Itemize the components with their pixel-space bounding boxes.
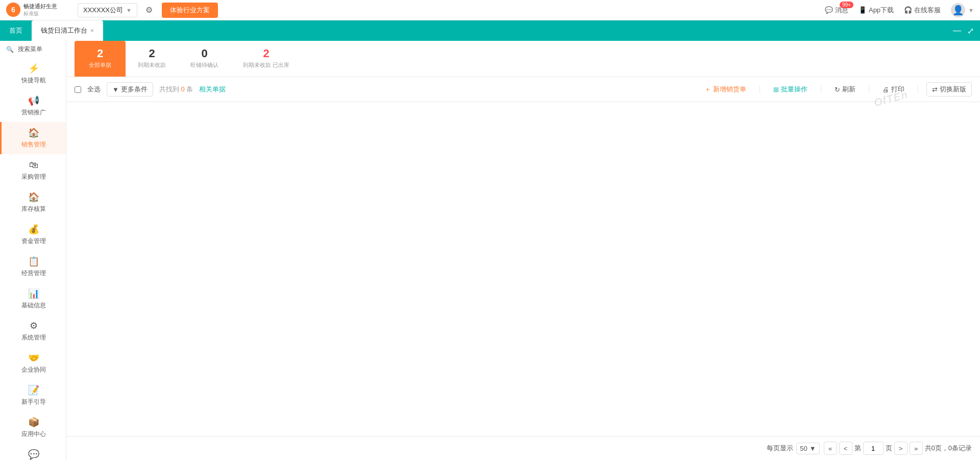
cooperation-icon: 🤝 (28, 352, 39, 364)
divider-3 (869, 85, 869, 93)
refresh-label: 刷新 (842, 85, 855, 94)
sidebar-label-cooperation: 企业协同 (21, 366, 46, 374)
toolbar-left: 全选 ▼ 更多条件 共找到 0 条 相关单据 (75, 82, 693, 96)
stat-tab-outofstock[interactable]: 2 到期未收款 已出库 (231, 41, 302, 77)
select-all-checkbox[interactable] (75, 86, 81, 93)
sidebar-item-basic-info[interactable]: 📊 基础信息 (0, 283, 66, 315)
found-text: 共找到 0 条 (159, 85, 193, 94)
last-page-button[interactable]: » (910, 442, 923, 455)
search-menu-item[interactable]: 🔍 搜索菜单 (0, 41, 66, 58)
sidebar-item-finance[interactable]: 💰 资金管理 (0, 219, 66, 251)
top-bar: 6 畅捷通好生意 标准版 XXXXXX公司 ▼ ⚙ 体验行业方案 💬 消息 99… (0, 0, 980, 20)
sidebar-item-purchase[interactable]: 🛍 采购管理 (0, 154, 66, 186)
select-all-label: 全选 (87, 85, 101, 94)
page-label: 第 (854, 444, 861, 453)
app-download-label: App下载 (869, 6, 894, 15)
page-input[interactable] (863, 442, 884, 455)
sidebar-label-sales: 销售管理 (21, 140, 46, 149)
marketing-icon: 📢 (28, 95, 39, 106)
purchase-icon: 🛍 (28, 159, 39, 171)
sidebar-item-operations[interactable]: 📋 经营管理 (0, 251, 66, 283)
stat-tab-all[interactable]: 2 全部单据 (75, 41, 126, 77)
settings-button[interactable]: ⚙ (141, 3, 157, 18)
more-filters-button[interactable]: ▼ 更多条件 (107, 82, 153, 96)
prev-page-button[interactable]: < (839, 442, 852, 455)
search-icon: 🔍 (6, 46, 14, 53)
tab-bar-right: — ⤢ (953, 26, 980, 36)
divider-4 (918, 85, 918, 93)
maximize-icon[interactable]: ⤢ (967, 26, 974, 36)
minimize-icon[interactable]: — (953, 26, 961, 35)
tab-cashflow[interactable]: 钱货日清工作台 × (32, 20, 103, 41)
sidebar-item-quick-nav[interactable]: ⚡ 快捷导航 (0, 58, 66, 90)
logo-title: 畅捷通好生意 (23, 3, 57, 10)
sidebar-item-guide[interactable]: 📝 新手引导 (0, 379, 66, 411)
search-menu-label: 搜索菜单 (18, 45, 42, 54)
logo-area: 6 畅捷通好生意 标准版 (6, 3, 72, 17)
divider-1 (760, 85, 760, 93)
page-total: 共0页，0条记录 (925, 444, 972, 453)
sidebar-item-system[interactable]: ⚙ 系统管理 (0, 315, 66, 347)
sidebar-label-basic-info: 基础信息 (21, 301, 46, 310)
guide-icon: 📝 (28, 384, 39, 396)
app-center-icon: 📦 (28, 417, 39, 428)
service-icon: 🎧 (904, 6, 912, 14)
add-sales-label: 新增销货单 (713, 85, 746, 94)
download-icon: 📱 (859, 6, 867, 14)
sidebar: 🔍 搜索菜单 ⚡ 快捷导航 📢 营销推广 🏠 销售管理 🛍 采购管理 🏠 库存核… (0, 41, 66, 460)
stat-tab-pending[interactable]: 0 旺铺待确认 (178, 41, 231, 77)
sidebar-item-marketing[interactable]: 📢 营销推广 (0, 90, 66, 122)
print-icon: 🖨 (883, 86, 889, 93)
more-filters-label: 更多条件 (121, 85, 148, 94)
basic-info-icon: 📊 (28, 288, 39, 299)
sidebar-label-system: 系统管理 (21, 333, 46, 342)
company-selector[interactable]: XXXXXX公司 ▼ (78, 3, 137, 17)
app-download-button[interactable]: 📱 App下载 (859, 6, 894, 15)
sidebar-item-wechat[interactable]: 💬 企业微信 (0, 444, 66, 460)
sidebar-item-inventory[interactable]: 🏠 库存核算 (0, 186, 66, 219)
refresh-button[interactable]: ↻ 刷新 (829, 83, 861, 96)
inventory-icon: 🏠 (28, 191, 39, 203)
trial-button[interactable]: 体验行业方案 (162, 3, 218, 18)
logo-icon: 6 (6, 3, 20, 17)
toolbar-right: ＋ 新增销货单 ⊞ 批量操作 ↻ 刷新 🖨 打印 (699, 82, 972, 96)
switch-new-button[interactable]: ⇄ 切换新版 (926, 82, 972, 96)
batch-icon: ⊞ (773, 86, 779, 93)
per-page-label: 每页显示 (767, 444, 793, 453)
sidebar-label-guide: 新手引导 (21, 398, 46, 406)
stat-overdue-number: 2 (149, 47, 155, 60)
switch-icon: ⇄ (932, 86, 938, 93)
main-layout: 🔍 搜索菜单 ⚡ 快捷导航 📢 营销推广 🏠 销售管理 🛍 采购管理 🏠 库存核… (0, 41, 980, 460)
messages-badge: 99+ (840, 2, 853, 8)
messages-button[interactable]: 💬 消息 99+ (825, 6, 848, 15)
tab-close-icon[interactable]: × (90, 27, 94, 34)
print-button[interactable]: 🖨 打印 (877, 83, 910, 96)
sidebar-label-finance: 资金管理 (21, 237, 46, 246)
user-area[interactable]: 👤 ▼ (951, 3, 974, 17)
finance-icon: 💰 (28, 224, 39, 235)
stat-outofstock-number: 2 (263, 47, 269, 60)
sidebar-item-cooperation[interactable]: 🤝 企业协同 (0, 347, 66, 379)
stat-pending-number: 0 (201, 47, 207, 60)
add-sales-button[interactable]: ＋ 新增销货单 (699, 83, 751, 96)
sidebar-item-sales[interactable]: 🏠 销售管理 (0, 122, 66, 154)
sidebar-label-purchase: 采购管理 (21, 173, 46, 181)
tab-home[interactable]: 首页 (0, 20, 32, 41)
related-orders-link[interactable]: 相关单据 (199, 85, 226, 94)
batch-ops-button[interactable]: ⊞ 批量操作 (768, 83, 813, 96)
next-page-button[interactable]: > (894, 442, 908, 455)
sidebar-item-app-center[interactable]: 📦 应用中心 (0, 411, 66, 444)
online-service-button[interactable]: 🎧 在线客服 (904, 6, 941, 15)
wechat-icon: 💬 (28, 449, 39, 460)
online-service-label: 在线客服 (914, 6, 941, 15)
per-page-dropdown[interactable]: 50 ▼ (796, 443, 819, 454)
avatar: 👤 (951, 3, 965, 17)
first-page-button[interactable]: « (824, 442, 837, 455)
stat-all-number: 2 (97, 47, 103, 60)
filter-icon: ▼ (112, 86, 119, 93)
stat-tab-overdue[interactable]: 2 到期未收款 (126, 41, 178, 77)
pagination-nav: « < 第 页 > » 共0页，0条记录 (824, 442, 972, 455)
page-suffix: 页 (886, 444, 892, 453)
stat-pending-label: 旺铺待确认 (190, 61, 218, 69)
per-page-selector: 每页显示 50 ▼ (767, 443, 819, 454)
